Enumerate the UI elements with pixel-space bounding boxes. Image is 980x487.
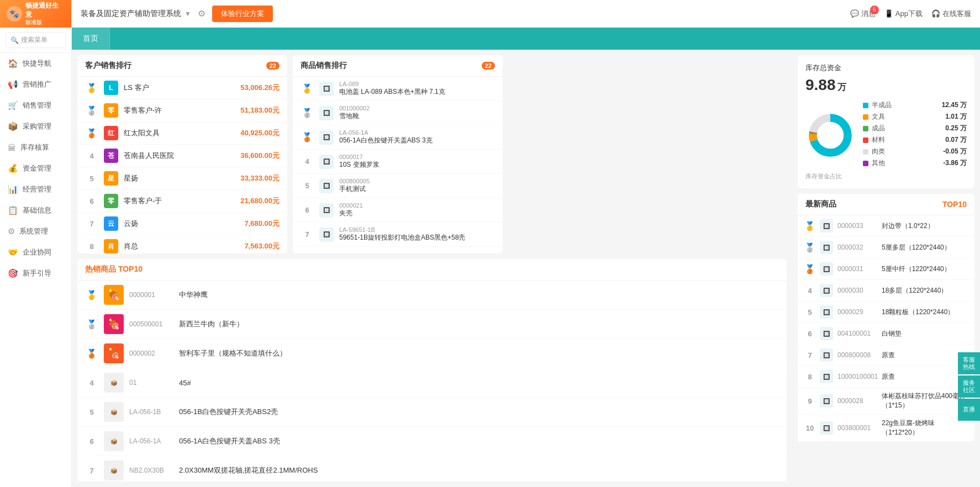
product-name: 电池盖 LA-089 ABS本色+黑种 7.1克: [339, 87, 495, 97]
product-rank-item: 5 🔲 000800005 手机测试: [293, 174, 503, 198]
product-icon: 🔲: [820, 219, 833, 232]
message-icon: 💬: [850, 9, 859, 18]
product-name: 封边带（1.0*22）: [882, 221, 968, 231]
sidebar-item-资金管理[interactable]: 💰资金管理: [0, 158, 71, 179]
topbar: 装备及固定资产辅助管理系统 ▼ ⚙ 体验行业方案 💬 消息 6 📱 App下载 …: [72, 0, 980, 28]
product-rank-list: 🥇 🔲 LA-089 电池盖 LA-089 ABS本色+黑种 7.1克 🥈 🔲 …: [293, 77, 503, 247]
product-icon: 🔲: [820, 348, 833, 362]
online-service-button[interactable]: 🎧 在线客服: [931, 9, 971, 19]
product-name: 18颗粒板（1220*2440）: [882, 308, 968, 317]
product-code: 0000002: [129, 350, 173, 357]
settings-icon[interactable]: ⚙: [198, 8, 206, 19]
legend-label: 材料: [872, 135, 942, 145]
customer-value: 33,333.00元: [240, 173, 280, 183]
sidebar-item-销售管理[interactable]: 🛒销售管理: [0, 95, 71, 116]
product-name: 59651-1B旋转投影灯电池盒ABS黑色+58壳: [339, 233, 495, 242]
product-icon: 🔲: [820, 241, 833, 254]
product-name: 5厘中纤（1220*2440）: [882, 264, 968, 274]
trial-button[interactable]: 体验行业方案: [212, 6, 273, 22]
legend-dot: [863, 126, 868, 131]
legend-value: -3.86 万: [943, 158, 967, 168]
legend-label: 其他: [872, 158, 940, 168]
product-code: LA-056-1A: [339, 129, 495, 136]
product-name: 中华神鹰: [179, 290, 779, 300]
rank-medal: 🥈: [85, 105, 98, 116]
nav-icon: 🎯: [8, 268, 18, 278]
avatar: 苍: [104, 149, 118, 163]
mobile-icon: 📱: [884, 9, 893, 18]
sidebar-item-采购管理[interactable]: 📦采购管理: [0, 116, 71, 137]
product-code: 0000031: [837, 265, 877, 273]
hot-products-panel: 热销商品 TOP10 🥇 🍖 0000001 中华神鹰 🥈 🍖 00050000…: [77, 259, 787, 481]
rank-medal: 🥇: [85, 83, 98, 93]
message-button[interactable]: 💬 消息 6: [850, 9, 876, 19]
float-service-community[interactable]: 服务社区: [958, 375, 980, 398]
avatar: 红: [104, 126, 118, 140]
float-customer-service[interactable]: 客服热线: [958, 352, 980, 374]
sidebar-item-新手引导[interactable]: 🎯新手引导: [0, 263, 71, 284]
product-code: 0000017: [339, 153, 495, 160]
rank-medal: 8: [804, 373, 815, 381]
sidebar-item-系统管理[interactable]: ⚙系统管理: [0, 221, 71, 242]
rank-medal: 7: [85, 220, 98, 228]
legend-dot: [863, 149, 868, 155]
topbar-right: 💬 消息 6 📱 App下载 🎧 在线客服: [850, 9, 971, 19]
logo-text: 畅捷通好生意 标准版: [25, 2, 65, 26]
product-code: NB2.0X30B: [129, 467, 173, 474]
customer-rank-item: 6 零 零售客户-于 21,680.00元: [77, 190, 287, 213]
hot-product-item: 7 📦 NB2.0X30B 2.0X30MM双搓花轴,搓花直径2.1MM/ROH…: [77, 456, 787, 481]
customer-value: 7,563.00元: [244, 241, 280, 251]
hot-product-item: 🥈 🍖 000500001 新西兰牛肉（新牛）: [77, 310, 787, 339]
rank-medal: 5: [85, 174, 98, 183]
tab-home[interactable]: 首页: [72, 28, 110, 50]
rank-medal: 10: [804, 424, 815, 432]
rank-medal: 🥈: [804, 242, 815, 253]
rank-medal: 🥉: [804, 264, 815, 274]
app-download-button[interactable]: 📱 App下载: [884, 9, 923, 19]
customer-rank-item: 8 肖 肖总 7,563.00元: [77, 235, 287, 253]
nav-icon: 📢: [8, 80, 18, 89]
sidebar-item-营销推广[interactable]: 📢营销推广: [0, 74, 71, 95]
legend-dot: [863, 161, 868, 166]
avatar: 云: [104, 216, 118, 231]
legend-item: 材料 0.07 万: [863, 135, 967, 145]
newest-products-header: 最新商品 TOP10: [798, 194, 974, 215]
float-livestream[interactable]: 直播: [958, 399, 980, 421]
sidebar-item-快捷导航[interactable]: 🏠快捷导航: [0, 53, 71, 74]
product-name: 原查: [882, 372, 968, 382]
rank-medal: 5: [804, 308, 815, 316]
legend-value: 1.01 万: [945, 112, 967, 121]
nav-icon: ⚙: [8, 226, 15, 236]
search-menu-button[interactable]: 🔍 搜索菜单: [6, 32, 66, 48]
rank-medal: 6: [804, 330, 815, 338]
avatar: 星: [104, 171, 118, 186]
product-name: 056-1A白色按键开关盖ABS 3壳: [179, 436, 779, 446]
avatar: L: [104, 81, 118, 95]
product-code: 001000002: [339, 105, 495, 112]
sidebar-item-库存核算[interactable]: 🏛库存核算: [0, 137, 71, 158]
product-icon: 🔲: [319, 227, 334, 242]
sidebar-item-经营管理[interactable]: 📊经营管理: [0, 179, 71, 200]
product-code: LA-089: [339, 81, 495, 87]
product-icon: 🔲: [319, 106, 334, 120]
sidebar-item-企业协同[interactable]: 🤝企业协同: [0, 242, 71, 263]
product-thumbnail: 📦: [104, 431, 124, 451]
rank-medal: 🥈: [85, 319, 98, 330]
product-icon: 🔲: [319, 203, 334, 218]
inventory-total: 9.88 万: [805, 76, 967, 94]
product-rank-item: 🥇 🔲 LA-089 电池盖 LA-089 ABS本色+黑种 7.1克: [293, 77, 503, 101]
sidebar-item-基础信息[interactable]: 📋基础信息: [0, 200, 71, 221]
product-icon: 🔲: [319, 130, 334, 145]
product-name: 056-1B白色按键开关壳ABS2壳: [179, 407, 779, 417]
donut-chart: [805, 110, 855, 160]
customer-name: 零售客户-许: [124, 105, 235, 115]
legend-value: -0.05 万: [943, 147, 967, 156]
sidebar: 🐾 畅捷通好生意 标准版 🔍 搜索菜单 🏠快捷导航📢营销推广🛒销售管理📦采购管理…: [0, 0, 72, 487]
rank-medal: 🥉: [85, 128, 98, 139]
nav-icon: 🏛: [8, 143, 16, 152]
product-icon: 🔲: [820, 370, 833, 383]
dropdown-arrow-icon: ▼: [185, 10, 191, 18]
rank-medal: 5: [85, 408, 98, 416]
sidebar-search-area: 🔍 搜索菜单: [0, 28, 71, 53]
product-code: LA-056-1B: [129, 408, 173, 416]
